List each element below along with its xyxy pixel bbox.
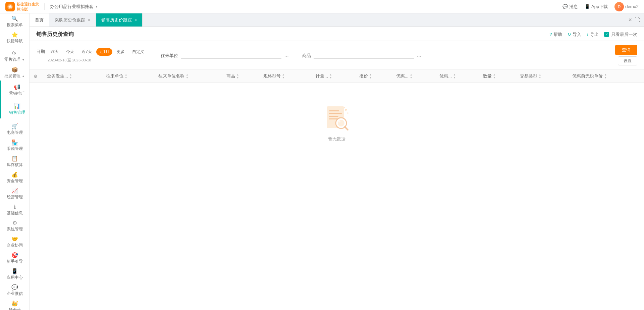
sort-arrows-unit[interactable]: ▲▼: [329, 73, 332, 79]
column-pre-tax-price: 优惠前无税单价 ▲▼: [568, 70, 644, 83]
date-chip-today[interactable]: 今天: [63, 48, 77, 56]
column-settings: ⚙: [30, 70, 43, 83]
sidebar-item-retail[interactable]: 🛍 零售管理 ▼: [0, 48, 29, 64]
tab-bar: 首页 采购历史价跟踪 × 销售历史价跟踪 × × ⛶: [30, 13, 644, 27]
sidebar-item-sales-mgmt[interactable]: 📊 销售管理: [5, 100, 29, 119]
sort-arrows-quantity[interactable]: ▲▼: [493, 73, 496, 79]
date-chip-last1m[interactable]: 近1月: [96, 48, 113, 56]
tab-close-purchase[interactable]: ×: [88, 18, 90, 22]
workspace-selector[interactable]: 办公用品行业模拟账套 ▼: [50, 4, 98, 10]
svg-point-13: [344, 107, 345, 108]
user-menu[interactable]: D demo2: [614, 2, 639, 11]
wechat-icon: 💬: [11, 284, 18, 291]
partner-input[interactable]: [181, 52, 281, 59]
table-container: ⚙ 业务发生... ▲▼ 往来单位: [30, 70, 644, 310]
page-header-actions: ? 帮助 ↻ 导入 ↓ 导出 ✓ 只看最后一次: [549, 32, 637, 38]
date-chip-more[interactable]: 更多: [114, 48, 128, 56]
sidebar-item-ecommerce[interactable]: 🛒 电商管理: [0, 121, 29, 137]
sidebar-item-member[interactable]: 👑 畅会员: [0, 298, 29, 310]
date-chip-custom[interactable]: 自定义: [129, 48, 147, 56]
download-icon: 📱: [585, 4, 590, 9]
header-right: 💬 消息 📱 App下载 D demo2: [562, 2, 639, 11]
goods-picker-button[interactable]: ...: [417, 52, 421, 58]
column-trade-type: 交易类型 ▲▼: [516, 70, 568, 83]
sidebar-item-basic-info[interactable]: ℹ 基础信息: [0, 202, 29, 218]
date-chips: 昨天 今天 近7天 近1月 更多 自定义: [48, 48, 147, 56]
sidebar-item-marketing[interactable]: 📢 营销推广: [5, 81, 29, 100]
tab-close-all-button[interactable]: ×: [628, 16, 632, 23]
search-icon: 🔍: [11, 15, 18, 22]
sidebar-item-inventory[interactable]: 📋 库存核算: [0, 153, 29, 169]
column-spec: 规格型号 ▲▼: [259, 70, 312, 83]
sort-arrows-partner-code[interactable]: ▲▼: [125, 73, 127, 79]
basic-info-icon: ℹ: [14, 204, 16, 210]
filter-row: 日期 昨天 今天 近7天 近1月 更多 自定义 2023-02-18 至 202…: [36, 45, 637, 65]
sidebar-item-app-center[interactable]: 📱 应用中心: [0, 266, 29, 282]
filter-settings-button[interactable]: 设置: [618, 56, 637, 65]
tab-home[interactable]: 首页: [30, 13, 49, 27]
message-button[interactable]: 💬 消息: [562, 4, 578, 10]
sidebar-item-system[interactable]: ⚙ 系统管理: [0, 218, 29, 234]
import-button[interactable]: ↻ 导入: [568, 32, 581, 38]
goods-filter-label: 商品: [302, 52, 311, 59]
tab-close-sales[interactable]: ×: [135, 18, 137, 22]
sidebar-item-wholesale[interactable]: 📦 批发管理 ▲: [0, 64, 29, 81]
date-chip-last7[interactable]: 近7天: [78, 48, 95, 56]
svg-point-11: [345, 109, 347, 111]
svg-rect-3: [329, 110, 339, 111]
sort-arrows-quote[interactable]: ▲▼: [369, 73, 372, 79]
empty-illustration: 暂无数据: [322, 103, 352, 142]
column-discount2: 优惠... ▲▼: [435, 70, 479, 83]
finance-icon: 💰: [11, 171, 18, 178]
sidebar-item-finance[interactable]: 💰 资金管理: [0, 169, 29, 186]
sidebar-item-purchase[interactable]: 🏪 采购管理: [0, 137, 29, 153]
enterprise-icon: 🤝: [11, 236, 18, 242]
table-settings-icon[interactable]: ⚙: [34, 74, 38, 79]
sidebar-item-enterprise[interactable]: 🤝 企业协同: [0, 234, 29, 250]
sidebar-item-operations[interactable]: 📈 经营管理: [0, 186, 29, 202]
sort-arrows-spec[interactable]: ▲▼: [282, 73, 285, 79]
app-download-button[interactable]: 📱 App下载: [585, 4, 608, 10]
only-last-checkbox[interactable]: ✓ 只看最后一次: [604, 32, 637, 38]
column-discount1: 优惠... ▲▼: [392, 70, 435, 83]
logo-text: 畅捷通好生意 标准版: [17, 2, 39, 11]
sort-arrows-biz-date[interactable]: ▲▼: [69, 73, 72, 79]
date-chip-yesterday[interactable]: 昨天: [48, 48, 62, 56]
sidebar-item-wechat[interactable]: 💬 企业微信: [0, 282, 29, 298]
goods-input[interactable]: [314, 52, 414, 59]
sort-arrows-discount1[interactable]: ▲▼: [410, 73, 413, 79]
header-left: 畅 畅捷通好生意 标准版 办公用品行业模拟账套 ▼: [5, 2, 98, 11]
tab-maximize-button[interactable]: ⛶: [635, 17, 640, 23]
sort-arrows-discount2[interactable]: ▲▼: [453, 73, 456, 79]
column-unit: 计量... ▲▼: [312, 70, 355, 83]
sidebar-item-quick-nav[interactable]: ⭐ 快捷导航: [0, 30, 29, 46]
sort-arrows-trade-type[interactable]: ▲▼: [539, 73, 541, 79]
app-center-icon: 📱: [11, 268, 18, 274]
sort-arrows-partner-name[interactable]: ▲▼: [186, 73, 189, 79]
sort-arrows-pre-tax-price[interactable]: ▲▼: [604, 73, 607, 79]
table-header: ⚙ 业务发生... ▲▼ 往来单位: [30, 70, 644, 83]
sidebar-item-guide[interactable]: 🎯 新手引导: [0, 250, 29, 266]
tab-sales-history[interactable]: 销售历史价跟踪 ×: [96, 13, 143, 27]
export-button[interactable]: ↓ 导出: [587, 32, 599, 38]
svg-rect-4: [329, 113, 342, 114]
partner-input-area: ...: [181, 52, 288, 59]
filter-bar: 日期 昨天 今天 近7天 近1月 更多 自定义 2023-02-18 至 202…: [30, 41, 644, 70]
filter-btn-group: 查询 设置: [615, 45, 637, 65]
chevron-down-icon: ▼: [95, 5, 98, 8]
guide-icon: 🎯: [11, 252, 18, 258]
svg-line-9: [345, 127, 348, 130]
query-button[interactable]: 查询: [615, 45, 637, 55]
empty-state-text: 暂无数据: [328, 136, 345, 142]
partner-picker-button[interactable]: ...: [284, 52, 288, 58]
avatar: D: [614, 2, 624, 11]
sort-arrows-goods[interactable]: ▲▼: [236, 73, 239, 79]
ecommerce-icon: 🛒: [11, 123, 18, 130]
retail-icon: 🛍: [12, 50, 17, 56]
empty-state: 暂无数据: [30, 83, 644, 162]
help-button[interactable]: ? 帮助: [549, 32, 562, 38]
sidebar-item-search[interactable]: 🔍 搜索菜单: [0, 13, 29, 30]
tab-purchase-history[interactable]: 采购历史价跟踪 ×: [49, 13, 96, 27]
svg-rect-5: [329, 116, 338, 117]
star-icon: ⭐: [11, 32, 18, 38]
